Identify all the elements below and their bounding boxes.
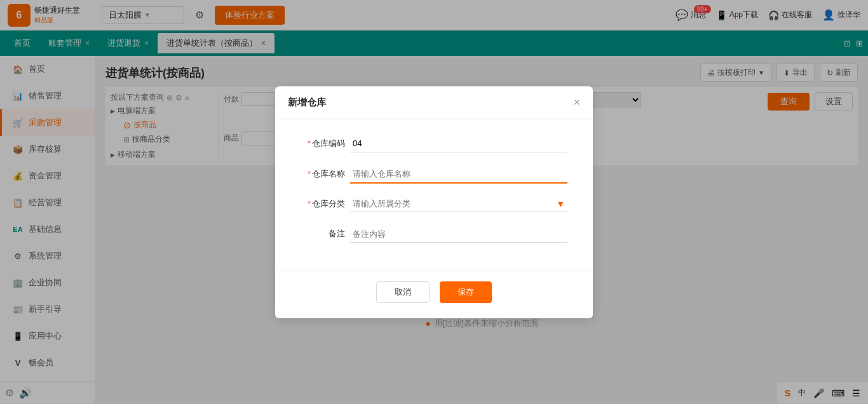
save-button[interactable]: 保存 — [440, 281, 492, 303]
remarks-label: 备注 — [301, 228, 345, 239]
form-row-remarks: 备注 — [301, 225, 567, 243]
remarks-input[interactable] — [350, 225, 567, 243]
modal-body: 仓库编码 仓库名称 仓库分类 ▼ 备注 — [275, 119, 593, 271]
warehouse-code-label: 仓库编码 — [301, 138, 345, 149]
modal-footer: 取消 保存 — [275, 271, 593, 318]
warehouse-name-label: 仓库名称 — [301, 168, 345, 180]
warehouse-code-input[interactable] — [350, 135, 567, 152]
modal-title: 新增仓库 — [288, 97, 326, 109]
modal-overlay: 新增仓库 × 仓库编码 仓库名称 仓库分类 ▼ — [0, 0, 868, 404]
warehouse-category-wrap: ▼ — [350, 196, 567, 212]
form-row-name: 仓库名称 — [301, 165, 567, 184]
form-row-category: 仓库分类 ▼ — [301, 196, 567, 212]
category-dropdown-icon[interactable]: ▼ — [556, 199, 565, 209]
modal-header: 新增仓库 × — [275, 86, 593, 119]
modal-close-icon[interactable]: × — [573, 97, 580, 108]
add-warehouse-modal: 新增仓库 × 仓库编码 仓库名称 仓库分类 ▼ — [275, 86, 593, 318]
warehouse-category-input[interactable] — [353, 199, 556, 208]
cancel-button[interactable]: 取消 — [376, 281, 430, 303]
warehouse-name-input[interactable] — [350, 165, 567, 184]
warehouse-category-label: 仓库分类 — [301, 198, 345, 210]
form-row-code: 仓库编码 — [301, 135, 567, 152]
